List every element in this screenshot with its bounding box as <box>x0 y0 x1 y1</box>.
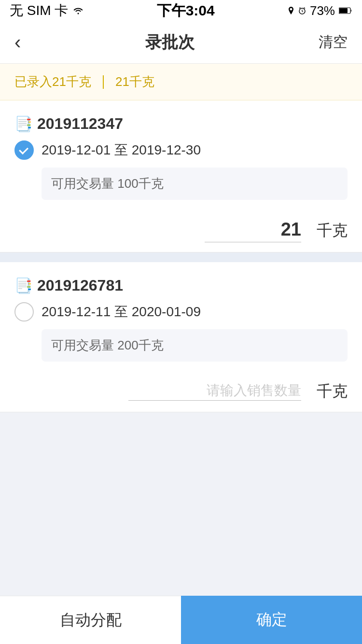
auto-distribute-button[interactable]: 自动分配 <box>0 596 181 644</box>
batch-1-radio[interactable] <box>14 140 34 160</box>
confirm-button[interactable]: 确定 <box>181 596 362 644</box>
battery-icon <box>339 7 352 14</box>
batch-2-input-row: 千克 <box>0 371 362 412</box>
content-area: 已录入21千克 21千克 📑 2019112347 2019-12-01 至 2… <box>0 64 362 461</box>
batch-2-icon: 📑 <box>14 277 32 294</box>
wifi-icon <box>73 7 84 14</box>
batch-2-availability: 可用交易量 200千克 <box>42 329 348 362</box>
batch-1-date-row[interactable]: 2019-12-01 至 2019-12-30 <box>14 140 348 160</box>
batch-1-header: 📑 2019112347 <box>14 115 348 133</box>
batch-2-header: 📑 2019126781 <box>14 277 348 294</box>
clear-button[interactable]: 清空 <box>319 32 348 52</box>
batch-1-id: 2019112347 <box>37 115 123 133</box>
batch-2-radio[interactable] <box>14 302 34 322</box>
batch-2-id: 2019126781 <box>37 277 123 294</box>
batch-1-quantity-input[interactable] <box>205 219 301 242</box>
bottom-buttons: 自动分配 确定 <box>0 596 362 644</box>
batch-2-date-row[interactable]: 2019-12-11 至 2020-01-09 <box>14 302 348 322</box>
batch-1-unit: 千克 <box>317 220 348 241</box>
batch-1-date: 2019-12-01 至 2019-12-30 <box>42 141 201 159</box>
nav-bar: ‹ 录批次 清空 <box>0 21 362 64</box>
section-divider <box>0 252 362 262</box>
status-left: 无 SIM 卡 <box>10 1 84 20</box>
batch-card-2: 📑 2019126781 2019-12-11 至 2020-01-09 可用交… <box>0 262 362 371</box>
status-right: 73% <box>288 3 352 18</box>
batch-2-input-wrapper <box>14 383 301 401</box>
page-title: 录批次 <box>145 31 195 54</box>
back-button[interactable]: ‹ <box>14 31 21 53</box>
batch-1-input-row: 千克 <box>0 210 362 252</box>
recorded-label: 已录入21千克 <box>14 73 91 90</box>
alarm-icon <box>298 7 306 14</box>
batch-2-quantity-input[interactable] <box>128 383 301 401</box>
batch-2-unit: 千克 <box>317 381 348 402</box>
batch-1-input-wrapper <box>14 219 301 242</box>
summary-banner: 已录入21千克 21千克 <box>0 64 362 100</box>
summary-divider <box>103 75 104 89</box>
batch-1-availability: 可用交易量 100千克 <box>42 168 348 200</box>
status-time: 下午3:04 <box>157 1 215 21</box>
status-bar: 无 SIM 卡 下午3:04 73% <box>0 0 362 21</box>
svg-rect-2 <box>339 8 348 13</box>
batch-1-underline-wrap <box>205 219 301 242</box>
batch-card-1: 📑 2019112347 2019-12-01 至 2019-12-30 可用交… <box>0 100 362 210</box>
location-icon <box>288 7 294 14</box>
total-label: 21千克 <box>115 73 154 90</box>
batch-2-date: 2019-12-11 至 2020-01-09 <box>42 303 201 321</box>
battery-text: 73% <box>310 3 335 18</box>
no-sim-text: 无 SIM 卡 <box>10 1 68 20</box>
batch-1-icon: 📑 <box>14 115 32 132</box>
batch-1-availability-text: 可用交易量 100千克 <box>51 176 164 191</box>
batch-2-availability-text: 可用交易量 200千克 <box>51 338 164 352</box>
batch-2-underline-wrap <box>128 383 301 401</box>
